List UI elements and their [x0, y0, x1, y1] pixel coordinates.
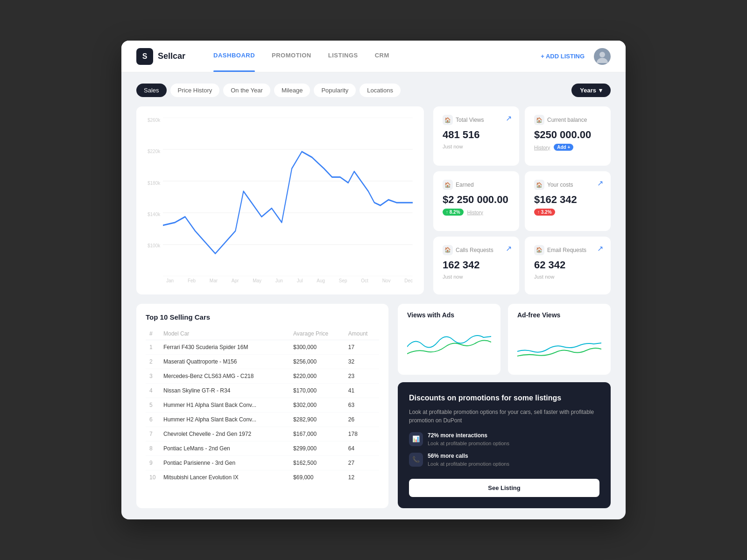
logo-name: Sellcar [158, 51, 185, 61]
row-num: 8 [146, 441, 160, 456]
row-price: $282,900 [289, 413, 345, 427]
email-icon: 🏠 [534, 245, 544, 255]
stat-total-views-label: 🏠 Total Views [443, 115, 510, 125]
stat-email-label: 🏠 Email Requests [534, 245, 601, 255]
see-listing-button[interactable]: See Listing [409, 479, 599, 497]
row-model: Hummer H2 Alpha Slant Back Conv... [160, 413, 289, 427]
ad-free-views-title: Ad-free Views [517, 311, 601, 319]
table-row: 3 Mercedes-Benz CLS63 AMG - C218 $220,00… [146, 369, 379, 384]
row-amount: 23 [345, 369, 379, 384]
earned-value: $2 250 000.00 [443, 194, 510, 206]
y-label-260k: $260k [148, 118, 160, 123]
filter-price-history[interactable]: Price History [170, 84, 220, 97]
stat-costs-label: 🏠 Your costs [534, 180, 601, 190]
interactions-text: 72% more interactions Look at profitable… [428, 432, 509, 447]
main-nav: DASHBOARD PROMOTION LISTINGS CRM [213, 52, 541, 61]
table-row: 2 Maserati Quattroporte - M156 $256,000 … [146, 355, 379, 369]
col-model: Model Car [160, 328, 289, 340]
email-arrow[interactable]: ↗ [597, 244, 603, 253]
total-views-arrow[interactable]: ↗ [506, 114, 512, 123]
total-views-sub: Just now [443, 144, 510, 149]
row-model: Ferrari F430 Scuderia Spider 16M [160, 340, 289, 355]
nav-dashboard[interactable]: DASHBOARD [213, 52, 255, 61]
table-row: 8 Pontiac LeMans - 2nd Gen $299,000 64 [146, 441, 379, 456]
years-dropdown[interactable]: Years ▾ [571, 84, 611, 97]
row-price: $299,000 [289, 441, 345, 456]
stat-current-balance: 🏠 Current balance $250 000.00 History Ad… [525, 106, 611, 166]
calls-feature-text: 56% more calls Look at profitable promot… [428, 453, 509, 468]
row-price: $162,500 [289, 456, 345, 470]
promo-title: Discounts on promotions for some listing… [409, 393, 599, 403]
row-num: 2 [146, 355, 160, 369]
row-price: $220,000 [289, 369, 345, 384]
table-row: 4 Nissan Skyline GT-R - R34 $170,000 41 [146, 384, 379, 398]
stat-your-costs: 🏠 Your costs $162 342 ↑ 3.2% ↗ [525, 171, 611, 231]
y-label-220k: $220k [148, 149, 160, 154]
calls-arrow[interactable]: ↗ [506, 244, 512, 253]
row-num: 9 [146, 456, 160, 470]
bottom-section: Top 10 Selling Cars # Model Car Avarage … [136, 304, 611, 508]
row-amount: 178 [345, 427, 379, 441]
row-num: 6 [146, 413, 160, 427]
row-price: $256,000 [289, 355, 345, 369]
col-amount: Amount [345, 328, 379, 340]
promo-feature-interactions: 📊 72% more interactions Look at profitab… [409, 432, 599, 447]
stats-grid: 🏠 Total Views 481 516 Just now ↗ 🏠 Curre… [433, 106, 611, 294]
calls-strong: 56% more calls [428, 453, 509, 459]
stat-balance-label: 🏠 Current balance [534, 115, 601, 125]
filter-sales[interactable]: Sales [136, 84, 167, 97]
chart-y-labels: $260k $220k $180k $140k $100k [148, 118, 163, 248]
avatar[interactable] [594, 48, 611, 65]
row-model: Hummer H1 Alpha Slant Back Conv... [160, 398, 289, 413]
calls-feature-icon: 📞 [409, 453, 423, 467]
calls-value: 162 342 [443, 259, 510, 271]
logo-icon: S [136, 48, 153, 65]
y-label-140k: $140k [148, 212, 160, 217]
table-title: Top 10 Selling Cars [146, 313, 379, 321]
main-content: Sales Price History On the Year Mileage … [121, 72, 626, 519]
row-amount: 64 [345, 441, 379, 456]
row-model: Pontiac Parisienne - 3rd Gen [160, 456, 289, 470]
svg-point-1 [599, 52, 605, 57]
calls-icon: 🏠 [443, 245, 453, 255]
filter-mileage[interactable]: Mileage [274, 84, 310, 97]
x-jun: Jun [275, 278, 283, 283]
table-row: 6 Hummer H2 Alpha Slant Back Conv... $28… [146, 413, 379, 427]
row-amount: 41 [345, 384, 379, 398]
earned-history-link[interactable]: History [467, 210, 483, 215]
table-row: 9 Pontiac Parisienne - 3rd Gen $162,500 … [146, 456, 379, 470]
col-price: Avarage Price [289, 328, 345, 340]
row-price: $302,000 [289, 398, 345, 413]
row-model: Nissan Skyline GT-R - R34 [160, 384, 289, 398]
filter-on-the-year[interactable]: On the Year [223, 84, 270, 97]
filter-locations[interactable]: Locations [359, 84, 401, 97]
filter-bar: Sales Price History On the Year Mileage … [136, 84, 611, 97]
balance-history-link[interactable]: History [534, 145, 550, 150]
row-model: Mitsubishi Lancer Evolution IX [160, 470, 289, 485]
chart-x-labels: Jan Feb Mar Apr May Jun Jul Aug Sep Oct … [148, 278, 413, 283]
filter-popularity[interactable]: Popularity [314, 84, 356, 97]
nav-promotion[interactable]: PROMOTION [272, 52, 311, 61]
add-listing-button[interactable]: + ADD LISTING [541, 53, 585, 60]
interactions-icon: 📊 [409, 432, 423, 446]
promo-card: Discounts on promotions for some listing… [398, 382, 611, 508]
email-sub: Just now [534, 274, 601, 280]
nav-listings[interactable]: LISTINGS [328, 52, 358, 61]
x-aug: Aug [317, 278, 325, 283]
table-header-row: # Model Car Avarage Price Amount [146, 328, 379, 340]
x-nov: Nov [382, 278, 391, 283]
logo-block: S Sellcar [136, 48, 185, 65]
balance-add-badge[interactable]: Add + [554, 144, 573, 151]
costs-arrow[interactable]: ↗ [597, 179, 603, 188]
row-amount: 27 [345, 456, 379, 470]
balance-value: $250 000.00 [534, 129, 601, 141]
promo-feature-calls: 📞 56% more calls Look at profitable prom… [409, 453, 599, 468]
x-oct: Oct [361, 278, 368, 283]
row-num: 3 [146, 369, 160, 384]
row-num: 5 [146, 398, 160, 413]
chart-wrapper: $260k $220k $180k $140k $100k [148, 118, 413, 283]
nav-crm[interactable]: CRM [375, 52, 389, 61]
row-model: Mercedes-Benz CLS63 AMG - C218 [160, 369, 289, 384]
stat-earned: 🏠 Earned $2 250 000.00 ↑ 8.2% History [433, 171, 519, 231]
earned-badge: ↑ 8.2% [443, 209, 464, 216]
